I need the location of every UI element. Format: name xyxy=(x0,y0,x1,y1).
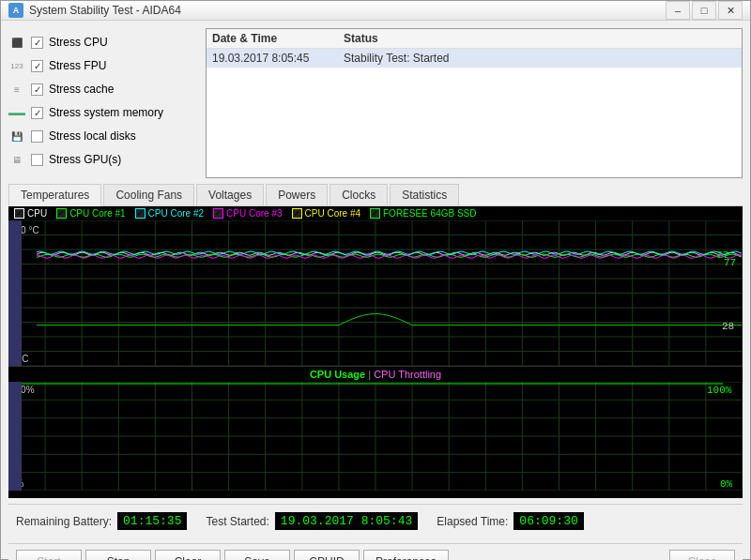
maximize-button[interactable]: □ xyxy=(692,1,716,20)
legend-core3: ✓ CPU Core #3 xyxy=(213,208,282,219)
title-bar: A System Stability Test - AIDA64 – □ ✕ xyxy=(1,1,750,21)
save-button[interactable]: Save xyxy=(224,550,290,561)
legend-core2: ✓ CPU Core #2 xyxy=(135,208,204,219)
legend-core1: ✓ CPU Core #1 xyxy=(56,208,125,219)
clear-button[interactable]: Clear xyxy=(155,550,221,561)
started-label: Test Started: xyxy=(206,515,268,528)
cpu-throttling-label: CPU Throttling xyxy=(374,369,441,380)
stress-disk-checkbox[interactable] xyxy=(31,130,43,143)
legend-core1-label: CPU Core #1 xyxy=(69,208,125,219)
temperature-chart: ✓ CPU ✓ CPU Core #1 ✓ CPU Core #2 ✓ xyxy=(8,206,743,367)
temperature-canvas xyxy=(8,220,743,366)
disk-icon: 💾 xyxy=(8,129,25,143)
stress-cache-checkbox[interactable] xyxy=(31,83,43,96)
battery-label: Remaining Battery: xyxy=(16,515,112,528)
close-button[interactable]: Close xyxy=(669,550,735,561)
stress-gpu-item: 🖥 Stress GPU(s) xyxy=(8,149,196,170)
legend-core2-check[interactable]: ✓ xyxy=(135,208,146,219)
stress-cache-item: ≡ Stress cache xyxy=(8,79,196,99)
start-button[interactable]: Start xyxy=(16,550,82,561)
memory-icon: ▬▬ xyxy=(8,106,25,119)
stop-button[interactable]: Stop xyxy=(85,550,151,561)
tab-voltages[interactable]: Voltages xyxy=(196,184,264,205)
main-window: A System Stability Test - AIDA64 – □ ✕ ⬛… xyxy=(0,0,751,560)
preferences-button[interactable]: Preferences xyxy=(363,550,449,561)
stress-cpu-item: ⬛ Stress CPU xyxy=(8,32,196,53)
stress-cpu-label: Stress CPU xyxy=(49,36,108,49)
tab-statistics[interactable]: Statistics xyxy=(390,184,459,205)
stress-gpu-checkbox[interactable] xyxy=(31,154,43,166)
started-value: 19.03.2017 8:05:43 xyxy=(275,512,418,530)
stress-fpu-checkbox[interactable] xyxy=(31,60,43,72)
legend-cpu-label: CPU xyxy=(27,208,47,219)
stress-disk-item: 💾 Stress local disks xyxy=(8,126,196,146)
tab-powers[interactable]: Powers xyxy=(266,184,328,205)
tab-clocks[interactable]: Clocks xyxy=(330,184,388,205)
legend-core3-check[interactable]: ✓ xyxy=(213,208,223,219)
test-started-status: Test Started: 19.03.2017 8:05:43 xyxy=(206,512,418,530)
gpu-icon: 🖥 xyxy=(8,153,25,166)
log-row-0: 19.03.2017 8:05:45 Stability Test: Start… xyxy=(207,49,742,68)
stress-memory-checkbox[interactable] xyxy=(31,107,43,119)
log-col-status: Status xyxy=(344,32,736,45)
stress-fpu-label: Stress FPU xyxy=(49,59,106,72)
tab-cooling-fans[interactable]: Cooling Fans xyxy=(103,184,194,205)
log-cell-status-0: Stability Test: Started xyxy=(344,52,450,65)
close-window-button[interactable]: ✕ xyxy=(718,1,743,20)
chart-legend: ✓ CPU ✓ CPU Core #1 ✓ CPU Core #2 ✓ xyxy=(8,206,743,220)
legend-core1-check[interactable]: ✓ xyxy=(56,208,67,219)
charts-container: ✓ CPU ✓ CPU Core #1 ✓ CPU Core #2 ✓ xyxy=(8,206,743,498)
elapsed-label: Elapsed Time: xyxy=(437,515,508,528)
stress-memory-label: Stress system memory xyxy=(49,106,163,119)
stress-disk-label: Stress local disks xyxy=(49,129,136,143)
legend-ssd: ✓ FORESEE 64GB SSD xyxy=(370,208,476,219)
usage-canvas xyxy=(8,382,743,491)
log-cell-datetime-0: 19.03.2017 8:05:45 xyxy=(212,52,344,65)
elapsed-value: 06:09:30 xyxy=(513,512,583,530)
legend-ssd-check[interactable]: ✓ xyxy=(370,208,380,219)
battery-status: Remaining Battery: 01:15:35 xyxy=(16,512,187,530)
legend-cpu-check[interactable]: ✓ xyxy=(14,208,24,219)
elapsed-status: Elapsed Time: 06:09:30 xyxy=(437,512,583,530)
stress-cpu-checkbox[interactable] xyxy=(31,37,43,49)
stress-gpu-label: Stress GPU(s) xyxy=(49,153,121,166)
battery-value: 01:15:35 xyxy=(117,512,187,530)
cpu-usage-title: CPU Usage | CPU Throttling xyxy=(8,367,743,382)
stress-memory-item: ▬▬ Stress system memory xyxy=(8,102,196,123)
legend-core4-check[interactable]: ✓ xyxy=(292,208,302,219)
log-panel: Date & Time Status 19.03.2017 8:05:45 St… xyxy=(206,28,743,178)
cpu-usage-chart: CPU Usage | CPU Throttling xyxy=(8,367,743,498)
tab-temperatures[interactable]: Temperatures xyxy=(8,184,101,206)
legend-core4: ✓ CPU Core #4 xyxy=(292,208,360,219)
tabs-section: Temperatures Cooling Fans Voltages Power… xyxy=(8,184,743,498)
legend-core3-label: CPU Core #3 xyxy=(226,208,282,219)
window-controls: – □ ✕ xyxy=(666,1,743,20)
cpuid-button[interactable]: CPUID xyxy=(294,550,360,561)
cpu-usage-label: CPU Usage xyxy=(310,369,365,380)
app-icon: A xyxy=(8,3,23,18)
cache-icon: ≡ xyxy=(8,83,25,96)
button-bar: Start Stop Clear Save CPUID Preferences … xyxy=(8,543,743,560)
legend-cpu: ✓ CPU xyxy=(14,208,47,219)
log-col-datetime: Date & Time xyxy=(212,32,344,45)
window-title: System Stability Test - AIDA64 xyxy=(29,4,666,17)
tab-bar: Temperatures Cooling Fans Voltages Power… xyxy=(8,184,743,206)
stress-fpu-item: 123 Stress FPU xyxy=(8,55,196,76)
minimize-button[interactable]: – xyxy=(666,1,690,20)
status-bar: Remaining Battery: 01:15:35 Test Started… xyxy=(8,504,743,537)
legend-core2-label: CPU Core #2 xyxy=(148,208,204,219)
cpu-icon: ⬛ xyxy=(8,36,25,49)
fpu-icon: 123 xyxy=(8,59,25,72)
log-header: Date & Time Status xyxy=(207,29,742,49)
top-section: ⬛ Stress CPU 123 Stress FPU ≡ Stress cac… xyxy=(8,28,743,178)
legend-ssd-label: FORESEE 64GB SSD xyxy=(383,208,476,219)
legend-core4-label: CPU Core #4 xyxy=(305,208,360,219)
stress-cache-label: Stress cache xyxy=(49,83,114,96)
stress-options-panel: ⬛ Stress CPU 123 Stress FPU ≡ Stress cac… xyxy=(8,28,196,178)
main-content: ⬛ Stress CPU 123 Stress FPU ≡ Stress cac… xyxy=(1,21,750,560)
